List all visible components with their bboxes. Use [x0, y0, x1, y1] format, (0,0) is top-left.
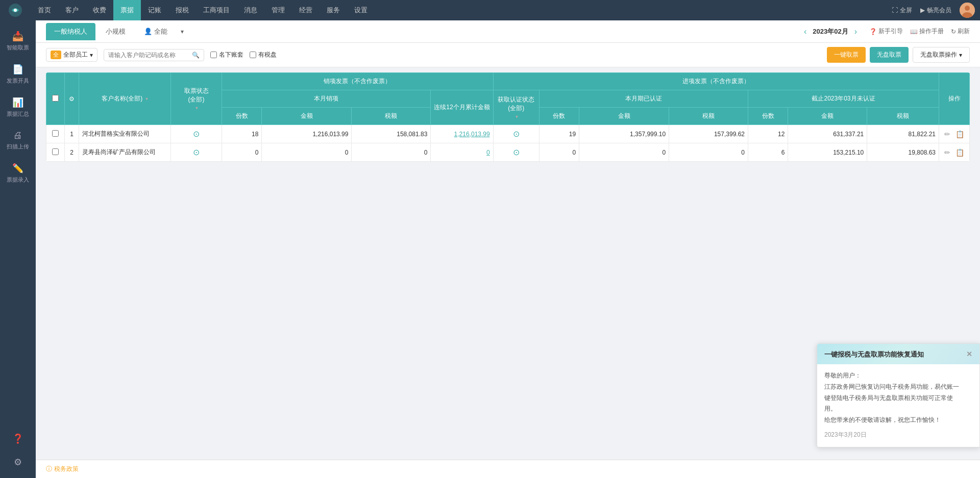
filter-bar-right: 一键取票 无盘取票 无盘取票操作 ▾	[827, 47, 970, 63]
row1-cumulative-link[interactable]: 1,216,013.99	[454, 131, 490, 138]
sidebar-item-invoice-summary[interactable]: 📊 票据汇总	[0, 92, 36, 123]
own-accounts-label: 名下账套	[219, 51, 243, 59]
row2-select[interactable]	[52, 148, 59, 155]
th-uncertified-to-march: 截止2023年03月未认证	[748, 90, 939, 108]
row1-uncert-tax: 81,822.21	[867, 125, 939, 143]
employee-tag: 全	[51, 51, 61, 59]
fullscreen-btn[interactable]: ⛶ 全屏	[892, 6, 912, 15]
has-tax-disk-label: 有税盘	[258, 51, 277, 59]
nav-customer[interactable]: 客户	[58, 0, 86, 20]
member-btn[interactable]: ▶ 畅亮会员	[920, 6, 951, 15]
help-icon: ❓	[12, 433, 23, 444]
row1-status: ⊙	[171, 125, 222, 143]
table-body: 1 河北柯普格实业有限公司 ⊙ 18 1,216,013.99 158,081.…	[46, 125, 970, 162]
customer-name-filter-icon[interactable]: ▾	[145, 96, 148, 102]
row2-edit-icon[interactable]: ✏	[944, 148, 950, 157]
sidebar-label-invoice-open: 发票开具	[7, 77, 29, 85]
nav-operation[interactable]: 经营	[292, 0, 320, 20]
th-uncert-count: 份数	[748, 108, 788, 125]
manual-icon: 📖	[910, 28, 918, 35]
notification-title: 一键报税与无盘取票功能恢复通知	[824, 350, 924, 359]
row2-detail-icon[interactable]: 📋	[955, 148, 964, 157]
top-nav: 首页 客户 收费 票据 记账 报税 工商项目 消息 管理 经营 服务 设置 ⛶ …	[0, 0, 980, 20]
search-icon[interactable]: 🔍	[192, 52, 200, 59]
table-wrap: ⚙ 客户名称(全部) ▾ 取票状态 (全部) ▾ 销项发票（不含作废票） 进项发…	[36, 67, 980, 167]
row1-cert-status-icon: ⊙	[513, 130, 520, 138]
row1-cert-count: 19	[539, 125, 579, 143]
ticket-status-label: 取票状态	[174, 87, 218, 95]
fullscreen-icon: ⛶	[892, 7, 898, 14]
date-prev-btn[interactable]: ‹	[804, 27, 806, 36]
has-tax-disk-checkbox[interactable]	[250, 52, 256, 58]
cert-status-all: (全部)	[497, 104, 536, 113]
avatar[interactable]	[960, 3, 975, 18]
invoice-entry-icon: ✏️	[12, 163, 23, 174]
row1-sale-count: 18	[222, 125, 262, 143]
notification-line-0: 尊敬的用户：	[824, 370, 972, 382]
nav-tax[interactable]: 报税	[168, 0, 196, 20]
row2-cumulative-link[interactable]: 0	[486, 149, 490, 156]
refresh-btn[interactable]: ↻ 刷新	[951, 27, 970, 36]
customer-name-label: 客户名称(全部)	[102, 95, 142, 102]
row1-edit-icon[interactable]: ✏	[944, 130, 950, 138]
cert-status-filter-icon[interactable]: ▾	[516, 114, 518, 119]
nav-accounting[interactable]: 记账	[141, 0, 168, 20]
sidebar-item-invoice-entry[interactable]: ✏️ 票据录入	[0, 158, 36, 189]
nav-manage[interactable]: 管理	[264, 0, 292, 20]
no-disk-ops-label: 无盘取票操作	[920, 51, 957, 59]
tab-small-scale[interactable]: 小规模	[97, 23, 134, 40]
select-all-checkbox[interactable]	[52, 95, 59, 102]
nav-service[interactable]: 服务	[320, 0, 347, 20]
notification-line-2: 键登陆电子税务局与无盘取票相关功能可正常使	[824, 393, 972, 404]
row1-cert-status: ⊙	[493, 125, 539, 143]
nav-message[interactable]: 消息	[237, 0, 264, 20]
th-period-certified: 本月期已认证	[539, 90, 748, 108]
employee-filter[interactable]: 全 全部员工 ▾	[46, 48, 97, 62]
tab-all[interactable]: 👤 全能	[136, 23, 176, 40]
sidebar-item-smart-ticket[interactable]: 📥 智能取票	[0, 26, 36, 57]
nav-business[interactable]: 工商项目	[196, 0, 237, 20]
row2-index: 2	[65, 143, 79, 162]
search-input[interactable]	[108, 52, 190, 59]
sidebar-item-settings[interactable]: ⚙	[12, 451, 23, 473]
th-cert-tax: 税额	[669, 108, 748, 125]
notification-popup: 一键报税与无盘取票功能恢复通知 ✕ 尊敬的用户： 江苏政务网已恢复访问电子税务局…	[817, 343, 980, 447]
settings-gear-icon[interactable]: ⚙	[69, 95, 75, 103]
tab-general-taxpayer[interactable]: 一般纳税人	[46, 23, 95, 40]
th-ticket-status: 取票状态 (全部) ▾	[171, 73, 222, 125]
one-key-ticket-btn[interactable]: 一键取票	[827, 47, 866, 63]
main-table: ⚙ 客户名称(全部) ▾ 取票状态 (全部) ▾ 销项发票（不含作废票） 进项发…	[46, 72, 970, 162]
checkbox-own-accounts[interactable]: 名下账套	[210, 51, 243, 59]
th-uncert-tax: 税额	[867, 108, 939, 125]
notification-close-btn[interactable]: ✕	[966, 350, 972, 358]
nav-home[interactable]: 首页	[31, 0, 58, 20]
sidebar-item-help[interactable]: ❓	[12, 428, 23, 449]
sidebar-item-scan-upload[interactable]: 🖨 扫描上传	[0, 125, 36, 156]
row1-select[interactable]	[52, 130, 59, 137]
nav-settings[interactable]: 设置	[347, 0, 375, 20]
notification-date: 2023年3月20日	[824, 430, 972, 441]
manual-btn[interactable]: 📖 操作手册	[910, 27, 944, 36]
settings-icon: ⚙	[14, 457, 22, 468]
table-row: 2 灵寿县尚泽矿产品有限公司 ⊙ 0 0 0 0 ⊙ 0 0 0 6 153,2…	[46, 143, 970, 162]
th-sale-tax: 税额	[352, 108, 431, 125]
nav-fee[interactable]: 收费	[86, 0, 113, 20]
no-disk-ticket-btn[interactable]: 无盘取票	[870, 47, 909, 63]
own-accounts-checkbox[interactable]	[210, 52, 217, 58]
ticket-status-filter-icon[interactable]: ▾	[195, 105, 198, 111]
nav-invoice[interactable]: 票据	[113, 0, 141, 20]
no-disk-ops-btn[interactable]: 无盘取票操作 ▾	[913, 47, 970, 63]
sidebar-item-invoice-open[interactable]: 📄 发票开具	[0, 59, 36, 90]
tax-policy-link[interactable]: ⓘ 税务政策	[46, 465, 79, 473]
date-nav: ‹ 2023年02月 ›	[804, 27, 857, 36]
row1-checkbox	[46, 125, 65, 143]
refresh-icon: ↻	[951, 28, 956, 35]
date-next-btn[interactable]: ›	[854, 27, 857, 36]
row2-cert-status: ⊙	[493, 143, 539, 162]
row1-cumulative: 1,216,013.99	[431, 125, 493, 143]
tab-more-btn[interactable]: ▾	[178, 28, 187, 35]
new-guide-btn[interactable]: ❓ 新手引导	[869, 27, 903, 36]
row1-sale-tax: 158,081.83	[352, 125, 431, 143]
row1-detail-icon[interactable]: 📋	[955, 130, 964, 138]
checkbox-has-tax-disk[interactable]: 有税盘	[250, 51, 277, 59]
